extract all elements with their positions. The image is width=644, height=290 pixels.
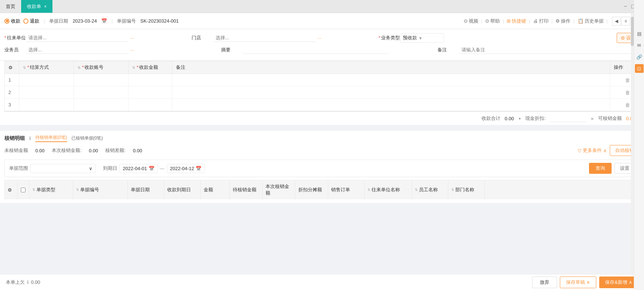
- bth-saleorder: 销售订单: [328, 180, 365, 199]
- business-type-field: 业务类型 预收款 ▾: [378, 33, 444, 43]
- history-icon: 📋: [578, 18, 584, 24]
- bth-check[interactable]: [18, 180, 30, 199]
- due-date-start[interactable]: 2022-04-01 📅: [119, 164, 158, 173]
- sort-icon[interactable]: ⇅: [23, 66, 26, 70]
- sidebar-icon-1[interactable]: ▤: [635, 29, 644, 38]
- uncancelled-label: 未核销金额: [4, 147, 28, 154]
- delete-icon-1[interactable]: 🗑: [625, 77, 630, 83]
- business-type-value: 预收款: [403, 35, 417, 41]
- sidebar-icon-3[interactable]: 🔗: [635, 52, 644, 61]
- shortcut-btn[interactable]: ⊞ 快捷键: [507, 18, 526, 24]
- tab-close-icon[interactable]: ×: [44, 4, 47, 9]
- print-btn[interactable]: 🖨 打印: [533, 18, 549, 24]
- sidebar-icon-2[interactable]: ✉: [635, 41, 644, 50]
- radio-refund[interactable]: 退款: [23, 18, 39, 24]
- td-account-1[interactable]: [74, 74, 129, 86]
- partner-input[interactable]: [26, 34, 128, 42]
- select-all-checkbox[interactable]: [21, 188, 25, 192]
- number-label: 单据编号: [117, 18, 136, 24]
- layout-btn-list[interactable]: ≡: [621, 17, 630, 26]
- sort-icon[interactable]: ⇅: [368, 188, 370, 192]
- video-btn[interactable]: ⊙ 视频: [464, 18, 478, 24]
- th-remark: 备注: [172, 61, 610, 74]
- sort-icon[interactable]: ⇅: [132, 66, 135, 70]
- td-account-3[interactable]: [74, 99, 129, 111]
- range-arrow: ∨: [89, 166, 93, 171]
- history-btn[interactable]: 📋 历史单据: [578, 18, 604, 24]
- shop-more-icon[interactable]: ···: [315, 35, 324, 41]
- staff-input[interactable]: [26, 46, 128, 54]
- query-button[interactable]: 查询: [589, 163, 612, 174]
- abandon-button[interactable]: 放弃: [532, 277, 557, 288]
- delete-icon-2[interactable]: 🗑: [625, 90, 630, 95]
- form-content: 往来单位 ··· 门店 ··· 业务类型 预收款 ▾: [0, 29, 644, 61]
- period-info-icon[interactable]: ℹ: [27, 279, 29, 285]
- scrollbar-thumb[interactable]: [631, 17, 634, 46]
- more-filter-btn[interactable]: ▽ 更多条件 ∧: [578, 147, 607, 154]
- tab-home[interactable]: 首页: [0, 0, 21, 13]
- remark-input[interactable]: [459, 46, 640, 54]
- calendar-icon[interactable]: 📅: [101, 18, 107, 24]
- td-remark-2[interactable]: [172, 86, 610, 98]
- pending-tab[interactable]: 待核销单据(0笔): [35, 134, 67, 142]
- td-amount-3[interactable]: [129, 99, 172, 111]
- help-label: 帮助: [490, 18, 500, 24]
- sort-icon[interactable]: ⇅: [76, 188, 79, 192]
- td-account-2[interactable]: [74, 86, 129, 98]
- td-amount-2[interactable]: [129, 86, 172, 98]
- staff-label: 业务员: [4, 47, 26, 53]
- td-settlement-3[interactable]: [19, 99, 74, 111]
- sort-icon[interactable]: ⇅: [32, 188, 35, 192]
- amount-label: 金额: [204, 187, 213, 193]
- th-settings[interactable]: ⚙: [5, 61, 19, 74]
- td-amount-1[interactable]: [129, 74, 172, 86]
- staff-more-icon[interactable]: ···: [128, 47, 137, 53]
- video-label: 视频: [469, 18, 478, 24]
- shop-input[interactable]: [213, 34, 315, 42]
- th-account: ⇅ 收款账号: [74, 61, 129, 74]
- sep2: |: [111, 18, 113, 24]
- sort-icon[interactable]: ⇅: [451, 188, 454, 192]
- layout-btn-prev[interactable]: ◀: [612, 17, 621, 26]
- delete-icon-3[interactable]: 🗑: [625, 102, 630, 108]
- due-date-end[interactable]: 2022-04-12 📅: [167, 164, 205, 173]
- bth-employee: ⇅ 员工名称: [412, 180, 448, 199]
- business-type-select[interactable]: 预收款 ▾: [400, 33, 444, 43]
- td-settlement-2[interactable]: [19, 86, 74, 98]
- pending-label: 待核销金额: [233, 187, 256, 193]
- range-label: 单据范围: [9, 165, 28, 172]
- sidebar-icon-4[interactable]: ⊡: [635, 64, 644, 73]
- save-draft-button[interactable]: 保存草稿 ∧: [560, 277, 596, 288]
- td-remark-1[interactable]: [172, 74, 610, 86]
- done-tab[interactable]: 已核销单据(0笔): [71, 135, 103, 141]
- td-settlement-1[interactable]: [19, 74, 74, 86]
- filter-icon: ▽: [578, 148, 581, 153]
- reconciliation-section: 核销明细 ℹ 待核销单据(0笔) 已核销单据(0笔) 未核销金额 0.00 本次…: [0, 131, 644, 203]
- receivable-label: 可核销金额: [598, 115, 622, 122]
- operation-btn[interactable]: ⚙ 操作: [555, 18, 570, 24]
- partner-more-icon[interactable]: ···: [128, 35, 137, 41]
- discount-label: 现金折扣:: [525, 115, 546, 122]
- discount-input[interactable]: [550, 115, 586, 122]
- save-new-button[interactable]: 保存&新增 ∧: [599, 277, 638, 288]
- help-btn[interactable]: ⊙ 帮助: [485, 18, 500, 24]
- bth-date: 单据日期: [128, 180, 164, 199]
- minimize-button[interactable]: －: [623, 3, 628, 10]
- sort-icon[interactable]: ⇅: [415, 188, 418, 192]
- bth-amount: 金额: [201, 180, 230, 199]
- range-select[interactable]: ∨: [30, 164, 96, 173]
- tab-receipt[interactable]: 收款单 ×: [21, 0, 52, 13]
- recon-info-icon[interactable]: ℹ: [29, 136, 31, 141]
- td-num-2: 2: [5, 86, 19, 98]
- radio-receipt[interactable]: 收款: [4, 18, 20, 24]
- recon-right: ▽ 更多条件 ∧ 自动核销: [578, 145, 640, 156]
- save-new-arrow: ∧: [629, 279, 632, 285]
- sort-icon[interactable]: ⇅: [78, 66, 80, 70]
- bth-partner: ⇅ 往来单位名称: [365, 180, 412, 199]
- td-remark-3[interactable]: [172, 99, 610, 111]
- bth-settings[interactable]: ⚙: [5, 180, 18, 199]
- summary-input[interactable]: [243, 46, 389, 54]
- more-filter-label: 更多条件: [583, 147, 602, 154]
- employee-label: 员工名称: [419, 187, 438, 193]
- right-sidebar: ▤ ✉ 🔗 ⊡: [634, 0, 644, 290]
